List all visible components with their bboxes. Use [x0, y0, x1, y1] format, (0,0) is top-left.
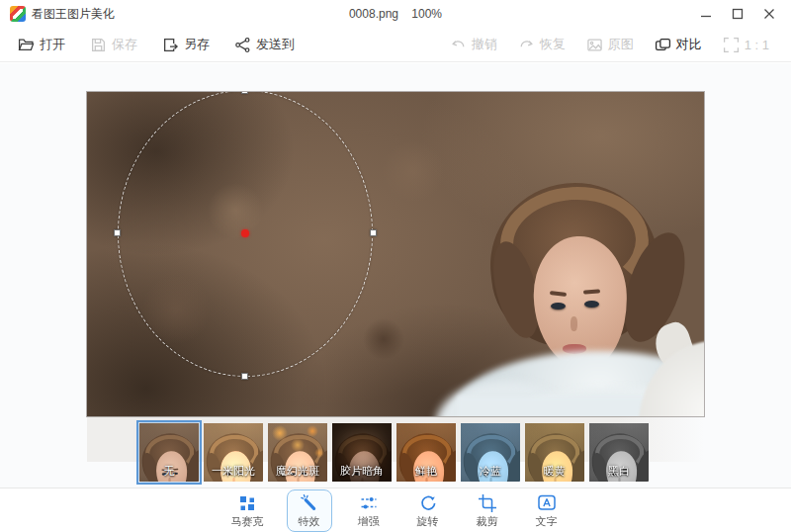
filter-thumb-film-vignette[interactable]: 胶片暗角 — [332, 423, 392, 482]
crop-button[interactable]: 裁剪 — [465, 489, 510, 532]
save-label: 保存 — [112, 36, 137, 53]
open-label: 打开 — [40, 36, 65, 53]
enhance-label: 增强 — [358, 514, 380, 529]
rotate-label: 旋转 — [417, 514, 439, 529]
close-icon — [763, 8, 775, 20]
compare-icon — [655, 37, 671, 53]
filter-thumb-black-white[interactable]: 黑白 — [589, 423, 649, 482]
image-icon — [586, 37, 603, 53]
close-button[interactable] — [753, 0, 785, 28]
title-bar: 看图王图片美化 0008.png 100% — [0, 0, 791, 28]
compare-label: 对比 — [676, 36, 702, 53]
filter-label: 无 — [139, 464, 199, 479]
folder-open-icon — [18, 37, 35, 53]
app-window: 看图王图片美化 0008.png 100% 打开 — [0, 0, 791, 532]
rotate-button[interactable]: 旋转 — [405, 489, 451, 532]
effects-button[interactable]: 特效 — [287, 489, 332, 532]
save-button[interactable]: 保存 — [90, 36, 137, 53]
filter-label: 胶片暗角 — [332, 464, 392, 479]
send-to-label: 发送到 — [256, 36, 295, 53]
filter-label: 暖黄 — [525, 464, 584, 479]
main-toolbar: 打开 保存 另存 发送到 — [0, 28, 791, 62]
minimize-icon — [700, 8, 712, 20]
text-label: 文字 — [536, 514, 558, 529]
selection-handle-top[interactable] — [241, 92, 248, 94]
document-name: 0008.png — [349, 7, 398, 21]
edit-actions-group: 撤销 恢复 原图 对比 — [450, 36, 769, 53]
filter-thumb-vivid[interactable]: 鲜艳 — [396, 423, 456, 482]
filter-thumb-none[interactable]: 无 — [139, 423, 199, 482]
filter-label: 鲜艳 — [396, 464, 456, 479]
crop-icon — [478, 493, 497, 513]
crop-label: 裁剪 — [477, 514, 498, 529]
woman-eye-left — [551, 303, 566, 310]
mosaic-icon — [237, 493, 257, 513]
redo-button[interactable]: 恢复 — [518, 36, 566, 53]
ratio-frame-icon — [723, 37, 740, 53]
enhance-button[interactable]: 增强 — [346, 489, 392, 532]
file-actions-group: 打开 保存 另存 发送到 — [18, 36, 295, 53]
undo-label: 撤销 — [472, 36, 497, 53]
magic-wand-icon — [300, 493, 319, 513]
sliders-icon — [359, 493, 379, 513]
undo-icon — [450, 37, 467, 53]
filter-label: 冷蓝 — [461, 464, 520, 479]
redo-label: 恢复 — [540, 36, 566, 53]
mosaic-label: 马赛克 — [231, 514, 264, 529]
share-icon — [234, 37, 251, 53]
mosaic-button[interactable]: 马赛克 — [222, 489, 273, 532]
text-button[interactable]: 文字 — [524, 489, 570, 532]
maximize-icon — [732, 8, 744, 20]
filter-thumbnail-row: 无 一米阳光 — [139, 423, 649, 482]
send-to-button[interactable]: 发送到 — [234, 36, 295, 53]
redo-icon — [518, 37, 535, 53]
selection-handle-right[interactable] — [370, 229, 377, 236]
filter-thumb-magic-bokeh[interactable]: 魔幻光斑 — [268, 423, 327, 482]
text-icon — [537, 493, 557, 513]
save-icon — [90, 37, 107, 53]
filter-label: 一米阳光 — [204, 464, 263, 479]
woman-eye-right — [584, 301, 599, 308]
original-label: 原图 — [608, 36, 634, 53]
filter-label: 魔幻光斑 — [268, 464, 327, 479]
original-image-button[interactable]: 原图 — [586, 36, 634, 53]
filter-thumb-warm-yellow[interactable]: 暖黄 — [525, 423, 584, 482]
filter-thumb-cool-blue[interactable]: 冷蓝 — [461, 423, 520, 482]
save-as-icon — [162, 37, 179, 53]
zoom-level: 100% — [411, 7, 442, 21]
compare-button[interactable]: 对比 — [655, 36, 702, 53]
woman-nose — [571, 316, 577, 331]
selection-center-marker — [241, 229, 249, 237]
effects-label: 特效 — [299, 514, 320, 529]
undo-button[interactable]: 撤销 — [450, 36, 497, 53]
actual-size-button[interactable]: 1 : 1 — [723, 37, 769, 53]
minimize-button[interactable] — [690, 0, 722, 28]
filter-label: 黑白 — [589, 464, 649, 479]
photo-view — [87, 92, 704, 416]
save-as-label: 另存 — [184, 36, 210, 53]
rotate-icon — [418, 493, 438, 513]
ratio-label: 1 : 1 — [745, 38, 769, 52]
filter-thumb-sunshine[interactable]: 一米阳光 — [204, 423, 263, 482]
document-info: 0008.png 100% — [0, 7, 791, 21]
selection-handle-left[interactable] — [114, 229, 121, 236]
maximize-button[interactable] — [722, 0, 753, 28]
edit-mode-toolbar: 马赛克 特效 增强 旋转 — [0, 488, 791, 532]
canvas-area: 无 一米阳光 — [0, 63, 791, 488]
window-controls — [690, 0, 785, 28]
save-as-button[interactable]: 另存 — [162, 36, 210, 53]
open-button[interactable]: 打开 — [18, 36, 65, 53]
selection-handle-bottom[interactable] — [241, 373, 248, 380]
